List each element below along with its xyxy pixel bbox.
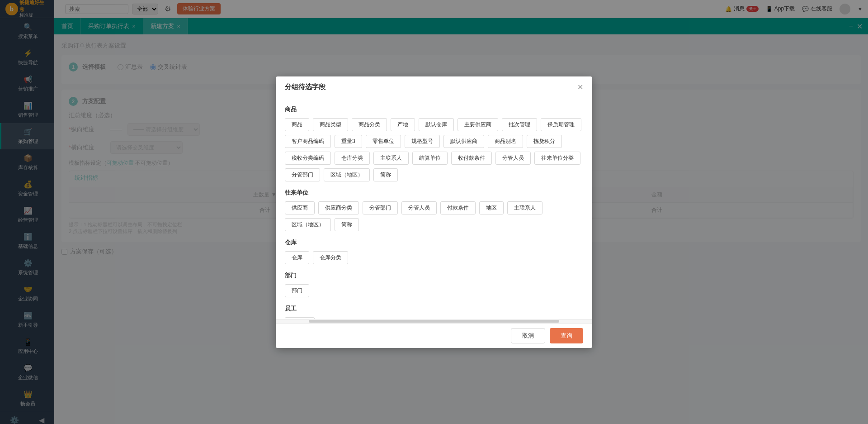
section-title-2: 仓库 — [285, 238, 583, 247]
field-tag-1-8[interactable]: 简称 — [335, 218, 359, 231]
field-tag-0-20[interactable]: 分管人员 — [495, 152, 531, 165]
section-title-1: 往来单位 — [285, 189, 583, 197]
field-tags-1: 供应商供应商分类分管部门分管人员付款条件地区主联系人区域（地区）简称 — [285, 201, 583, 231]
field-tag-0-15[interactable]: 税收分类编码 — [285, 152, 331, 165]
modal-body[interactable]: 商品商品商品类型商品分类产地默认仓库主要供应商批次管理保质期管理客户商品编码重量… — [276, 98, 592, 319]
modal-overlay: 分组待选字段 ✕ 商品商品商品类型商品分类产地默认仓库主要供应商批次管理保质期管… — [0, 0, 868, 424]
field-tag-0-9[interactable]: 重量3 — [335, 135, 362, 148]
field-tag-3-0[interactable]: 部门 — [285, 284, 309, 297]
field-tag-0-4[interactable]: 默认仓库 — [419, 118, 454, 131]
field-tag-0-1[interactable]: 商品类型 — [313, 118, 348, 131]
field-tag-1-1[interactable]: 供应商分类 — [318, 201, 359, 214]
field-tags-2: 仓库仓库分类 — [285, 251, 583, 264]
field-tag-0-16[interactable]: 仓库分类 — [335, 152, 370, 165]
field-section-3: 部门部门 — [285, 272, 583, 297]
field-section-1: 往来单位供应商供应商分类分管部门分管人员付款条件地区主联系人区域（地区）简称 — [285, 189, 583, 231]
field-tags-0: 商品商品类型商品分类产地默认仓库主要供应商批次管理保质期管理客户商品编码重量3零… — [285, 118, 583, 181]
modal-cancel-button[interactable]: 取消 — [511, 328, 545, 343]
hscroll-thumb — [309, 320, 559, 323]
field-tag-0-6[interactable]: 批次管理 — [502, 118, 537, 131]
field-tag-1-4[interactable]: 付款条件 — [440, 201, 476, 214]
field-tag-2-1[interactable]: 仓库分类 — [313, 251, 348, 264]
modal-close-button[interactable]: ✕ — [577, 83, 583, 91]
field-tag-1-3[interactable]: 分管人员 — [401, 201, 437, 214]
field-tag-0-23[interactable]: 区域（地区） — [324, 168, 370, 181]
field-tag-0-13[interactable]: 商品别名 — [488, 135, 523, 148]
field-section-0: 商品商品商品类型商品分类产地默认仓库主要供应商批次管理保质期管理客户商品编码重量… — [285, 105, 583, 181]
field-tag-0-19[interactable]: 收付款条件 — [451, 152, 492, 165]
field-tag-0-14[interactable]: 拣货积分 — [527, 135, 562, 148]
modal-confirm-button[interactable]: 查询 — [550, 328, 583, 343]
modal-dialog: 分组待选字段 ✕ 商品商品商品类型商品分类产地默认仓库主要供应商批次管理保质期管… — [276, 76, 592, 348]
field-tags-3: 部门 — [285, 284, 583, 297]
field-tag-0-7[interactable]: 保质期管理 — [541, 118, 581, 131]
field-tag-0-11[interactable]: 规格型号 — [405, 135, 440, 148]
field-tag-1-6[interactable]: 主联系人 — [507, 201, 542, 214]
modal-title: 分组待选字段 — [285, 83, 326, 91]
field-tag-1-2[interactable]: 分管部门 — [363, 201, 398, 214]
field-tag-0-8[interactable]: 客户商品编码 — [285, 135, 331, 148]
field-tag-0-2[interactable]: 商品分类 — [352, 118, 387, 131]
section-title-3: 部门 — [285, 272, 583, 280]
field-tag-0-12[interactable]: 默认供应商 — [443, 135, 484, 148]
field-tag-1-7[interactable]: 区域（地区） — [285, 218, 331, 231]
field-tag-0-0[interactable]: 商品 — [285, 118, 309, 131]
field-tag-0-18[interactable]: 结算单位 — [412, 152, 448, 165]
field-tag-1-5[interactable]: 地区 — [479, 201, 504, 214]
field-tag-0-10[interactable]: 零售单位 — [366, 135, 401, 148]
modal-hscrollbar[interactable] — [276, 319, 592, 323]
field-tag-0-24[interactable]: 简称 — [373, 168, 398, 181]
field-tag-0-17[interactable]: 主联系人 — [373, 152, 409, 165]
field-tag-0-5[interactable]: 主要供应商 — [458, 118, 498, 131]
field-tag-0-3[interactable]: 产地 — [391, 118, 415, 131]
field-tag-0-22[interactable]: 分管部门 — [285, 168, 320, 181]
section-title-4: 员工 — [285, 305, 583, 313]
section-title-0: 商品 — [285, 105, 583, 114]
modal-footer: 取消 查询 — [276, 323, 592, 348]
field-tag-2-0[interactable]: 仓库 — [285, 251, 309, 264]
field-tag-1-0[interactable]: 供应商 — [285, 201, 315, 214]
field-section-4: 员工业务员 — [285, 305, 583, 319]
modal-header: 分组待选字段 ✕ — [276, 76, 592, 98]
field-tag-0-21[interactable]: 往来单位分类 — [534, 152, 580, 165]
field-section-2: 仓库仓库仓库分类 — [285, 238, 583, 264]
